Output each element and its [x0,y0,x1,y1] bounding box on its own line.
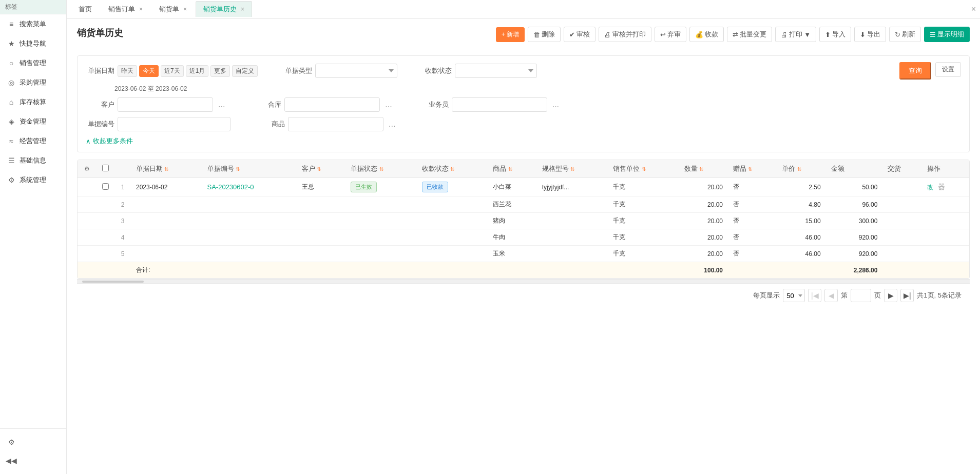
collect-icon: 💰 [695,31,703,38]
col-spec-type[interactable]: 规格型号 ⇅ [537,160,608,178]
import-button[interactable]: ⬆ 导入 [819,27,851,42]
batch-change-button[interactable]: ⇄ 批量变更 [727,27,772,42]
tab-sales-delivery-close[interactable]: × [183,6,187,13]
customer-ellipsis[interactable]: ... [216,100,227,109]
export-button[interactable]: ⬇ 导出 [854,27,886,42]
col-doc-number[interactable]: 单据编号 ⇅ [202,160,297,178]
row1-more-action[interactable]: 器 [938,183,945,191]
select-all-checkbox[interactable] [102,165,109,171]
row1-checkbox[interactable] [96,178,114,196]
audit-button[interactable]: ✔ 审核 [564,27,595,42]
col-customer[interactable]: 客户 ⇅ [297,160,345,178]
sidebar-item-system-mgmt[interactable]: ⚙ 系统管理 [0,170,66,190]
col-unit-price[interactable]: 单价 ⇅ [777,160,825,178]
next-page-btn[interactable]: ▶ [884,289,897,302]
date-today-btn[interactable]: 今天 [139,65,159,77]
col-settings[interactable]: ⚙ [78,160,96,178]
doc-number-input[interactable] [118,117,230,131]
sidebar-collapse-btn[interactable]: ◀◀ [0,451,66,470]
sidebar-bottom-settings[interactable]: ⚙ [0,433,66,451]
new-button[interactable]: + 新增 [496,27,525,42]
per-page-select[interactable]: 50 [783,289,805,302]
collapse-filter-btn[interactable]: ∧ 收起更多条件 [86,136,961,146]
audit-print-button[interactable]: 🖨 审核并打印 [599,27,651,42]
tab-sales-order-close[interactable]: × [139,6,143,13]
sidebar-item-quick-nav[interactable]: ★ 快捷导航 [0,34,66,53]
abandon-button[interactable]: ↩ 弃审 [655,27,686,42]
setting-button[interactable]: 设置 [935,62,961,77]
date-yesterday-btn[interactable]: 昨天 [118,65,137,77]
customer-label: 客户 [86,100,114,109]
row5-transaction [882,246,921,262]
row1-select[interactable] [102,183,109,190]
row3-amount: 300.00 [826,213,883,229]
scroll-thumb[interactable] [82,281,144,283]
row3-checkbox[interactable] [96,213,114,229]
sidebar-item-search-menu[interactable]: ≡ 搜索菜单 [0,14,66,34]
sidebar-item-basic-info[interactable]: ☰ 基础信息 [0,151,66,170]
show-detail-button[interactable]: ☰ 显示明细 [924,27,970,42]
date-7days-btn[interactable]: 近7天 [161,65,184,77]
filter-date: 单据日期 昨天 今天 近7天 近1月 更多 自定义 [86,65,258,77]
col-unit-price-label: 单价 [782,165,795,172]
tabbar-close-all[interactable]: × [971,5,976,14]
row1-doc-number-link[interactable]: SA-20230602-0 [207,183,254,191]
salesperson-input[interactable] [452,97,547,112]
date-custom-btn[interactable]: 自定义 [232,65,258,77]
tab-sales-delivery[interactable]: 销货单 × [151,1,195,17]
prev-page-btn[interactable]: ◀ [824,289,838,302]
sidebar-item-purchase-mgmt[interactable]: ◎ 采购管理 [0,73,66,92]
page-number-input[interactable]: 1 [851,289,871,302]
tab-sales-history[interactable]: 销货单历史 × [196,1,252,17]
row3-product: 猪肉 [488,213,536,229]
doc-type-select[interactable] [315,64,397,78]
col-gift[interactable]: 赠品 ⇅ [728,160,777,178]
row4-checkbox[interactable] [96,229,114,246]
tab-sales-order[interactable]: 销售订单 × [101,1,150,17]
row2-product: 西兰花 [488,196,536,213]
query-button[interactable]: 查询 [899,62,931,80]
abandon-icon: ↩ [660,31,666,38]
col-product-label: 商品 [493,165,506,172]
row2-unit-price: 4.80 [777,196,825,213]
warehouse-ellipsis[interactable]: ... [383,100,394,109]
tab-sales-history-close[interactable]: × [241,6,244,13]
col-sales-unit[interactable]: 销售单位 ⇅ [608,160,679,178]
customer-input[interactable] [118,97,213,112]
product-ellipsis[interactable]: ... [387,120,397,129]
delete-button[interactable]: 🗑 删除 [528,27,561,42]
sidebar-item-inventory[interactable]: ⌂ 库存核算 [0,92,66,112]
last-page-btn[interactable]: ▶| [900,289,914,302]
export-icon: ⬇ [860,31,866,38]
col-actions: 操作 [922,160,969,178]
row3-sales-unit: 千克 [608,213,679,229]
product-input[interactable] [288,117,383,131]
row3-settings [78,213,96,229]
collect-button[interactable]: 💰 收款 [689,27,724,42]
tab-home[interactable]: 首页 [71,1,100,17]
refresh-button[interactable]: ↻ 刷新 [889,27,921,42]
col-doc-date[interactable]: 单据日期 ⇅ [131,160,202,178]
col-payment-status[interactable]: 收款状态 ⇅ [417,160,488,178]
row2-checkbox[interactable] [96,196,114,213]
date-1month-btn[interactable]: 近1月 [186,65,209,77]
col-checkbox[interactable] [96,160,114,178]
row5-checkbox[interactable] [96,246,114,262]
sidebar-item-finance[interactable]: ◈ 资金管理 [0,112,66,131]
salesperson-ellipsis[interactable]: ... [550,100,561,109]
row1-doc-number[interactable]: SA-20230602-0 [202,178,297,196]
scroll-area[interactable] [77,279,970,283]
row1-edit-action[interactable]: 改 [927,184,933,191]
col-quantity[interactable]: 数量 ⇅ [679,160,728,178]
print-button[interactable]: 🖨 打印 ▼ [775,27,816,42]
date-more-btn[interactable]: 更多 [210,65,230,77]
payment-status-select[interactable] [455,64,537,78]
row1-gift: 否 [728,178,777,196]
warehouse-input[interactable] [284,97,380,112]
col-doc-status[interactable]: 单据状态 ⇅ [345,160,417,178]
sidebar-item-operations[interactable]: ≈ 经营管理 [0,131,66,151]
first-page-btn[interactable]: |◀ [808,289,821,302]
col-product[interactable]: 商品 ⇅ [488,160,536,178]
row5-quantity: 20.00 [679,246,728,262]
sidebar-item-sales-mgmt[interactable]: ○ 销售管理 [0,53,66,73]
